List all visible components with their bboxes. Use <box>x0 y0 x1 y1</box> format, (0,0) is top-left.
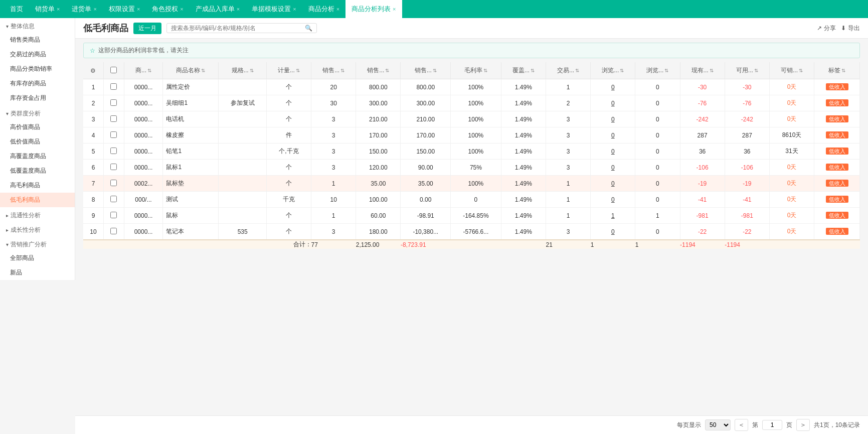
nav-item-销货单[interactable]: 销货单× <box>29 0 66 18</box>
row-checkbox[interactable] <box>110 212 117 218</box>
sidebar-item-商品分类助销率[interactable]: 商品分类助销率 <box>0 62 75 76</box>
column-header-tag[interactable]: 标签⇅ <box>814 62 860 79</box>
row-checkbox[interactable] <box>110 148 117 154</box>
close-tab-icon[interactable]: × <box>393 6 396 12</box>
view-link[interactable]: 0 <box>611 132 615 139</box>
sidebar-item-有库存的商品[interactable]: 有库存的商品 <box>0 76 75 91</box>
cell-coverage: 1.49% <box>501 208 546 224</box>
row-checkbox[interactable] <box>110 164 117 170</box>
close-tab-icon[interactable]: × <box>180 6 183 12</box>
nav-item-进货单[interactable]: 进货单× <box>66 0 102 18</box>
header-actions: ↗ 分享 ⬇ 导出 <box>817 24 860 33</box>
column-header-spec[interactable]: 规格...⇅ <box>219 62 266 79</box>
total-cell-8: 1 <box>635 240 680 249</box>
column-header-gross_margin[interactable]: 毛利率⇅ <box>451 62 501 79</box>
view-link[interactable]: 0 <box>611 148 615 155</box>
view-link[interactable]: 0 <box>611 180 615 187</box>
row-checkbox[interactable] <box>110 228 117 234</box>
column-header-sales_profit[interactable]: 销售...⇅ <box>401 62 451 79</box>
column-header-available_stock[interactable]: 可用...⇅ <box>725 62 769 79</box>
export-button[interactable]: ⬇ 导出 <box>841 24 860 33</box>
cell-spec <box>219 143 266 160</box>
cell-sales_count: 1 <box>311 208 356 224</box>
cell-sellable_days: 0天 <box>769 79 814 95</box>
close-tab-icon[interactable]: × <box>57 6 60 12</box>
sidebar-group-类群度分析[interactable]: ▾类群度分析 <box>0 105 75 120</box>
sidebar-item-库存资金占用[interactable]: 库存资金占用 <box>0 91 75 105</box>
sidebar-item-高覆盖度商品[interactable]: 高覆盖度商品 <box>0 149 75 164</box>
sidebar-item-高价值商品[interactable]: 高价值商品 <box>0 120 75 134</box>
close-tab-icon[interactable]: × <box>293 6 296 12</box>
column-header-transaction[interactable]: 交易...⇅ <box>546 62 590 79</box>
sidebar-item-低覆盖度商品[interactable]: 低覆盖度商品 <box>0 164 75 178</box>
sidebar-group-营销推广分析[interactable]: ▾营销推广分析 <box>0 236 75 251</box>
nav-item-首页[interactable]: 首页 <box>4 0 29 18</box>
cell-transaction: 1 <box>546 79 590 95</box>
view-link[interactable]: 1 <box>611 212 615 219</box>
share-button[interactable]: ↗ 分享 <box>817 24 836 33</box>
prev-page-button[interactable]: ＜ <box>735 419 748 431</box>
sidebar-item-低毛利商品[interactable]: 低毛利商品 <box>0 193 75 207</box>
top-navigation: 首页销货单×进货单×权限设置×角色授权×产成品入库单×单据模板设置×商品分析×商… <box>0 0 868 18</box>
column-header-coverage[interactable]: 覆盖...⇅ <box>501 62 546 79</box>
page-number-input[interactable] <box>762 420 782 430</box>
column-header-unit[interactable]: 计量...⇅ <box>266 62 311 79</box>
sidebar-group-流通性分析[interactable]: ▸流通性分析 <box>0 207 75 222</box>
sidebar-item-低价值商品[interactable]: 低价值商品 <box>0 134 75 149</box>
sidebar-item-全部商品[interactable]: 全部商品 <box>0 251 75 265</box>
cell-no: 9 <box>83 208 103 224</box>
cell-checkbox <box>103 176 124 192</box>
sidebar-item-高毛利商品[interactable]: 高毛利商品 <box>0 178 75 193</box>
sidebar-item-交易过的商品[interactable]: 交易过的商品 <box>0 47 75 62</box>
column-header-current_stock[interactable]: 现有...⇅ <box>680 62 725 79</box>
row-checkbox[interactable] <box>110 131 117 138</box>
view-link[interactable]: 0 <box>611 100 615 107</box>
date-filter-button[interactable]: 近一月 <box>133 23 161 34</box>
search-input[interactable] <box>171 25 305 32</box>
close-tab-icon[interactable]: × <box>336 6 339 12</box>
sidebar-item-新品[interactable]: 新品 <box>0 265 75 280</box>
cell-sellable_days: 0天 <box>769 224 814 240</box>
nav-item-角色授权[interactable]: 角色授权× <box>146 0 189 18</box>
view-link[interactable]: 0 <box>611 84 615 91</box>
close-tab-icon[interactable]: × <box>237 6 240 12</box>
nav-item-单据模板设置[interactable]: 单据模板设置× <box>246 0 302 18</box>
column-header-code[interactable]: 商...⇅ <box>124 62 163 79</box>
row-checkbox[interactable] <box>110 83 117 90</box>
close-tab-icon[interactable]: × <box>93 6 96 12</box>
per-page-select[interactable]: 50 100 200 <box>705 419 731 430</box>
cell-no: 4 <box>83 127 103 143</box>
row-checkbox[interactable] <box>110 180 117 186</box>
nav-item-权限设置[interactable]: 权限设置× <box>103 0 146 18</box>
chevron-icon: ▾ <box>6 111 9 116</box>
column-header-sales_amount[interactable]: 销售...⇅ <box>356 62 401 79</box>
view-link[interactable]: 0 <box>611 196 615 203</box>
view-link[interactable]: 0 <box>611 228 615 235</box>
cell-gross_margin: 100% <box>451 176 501 192</box>
nav-item-商品分析[interactable]: 商品分析× <box>302 0 345 18</box>
row-checkbox[interactable] <box>110 115 117 122</box>
page-title: 低毛利商品 <box>83 22 128 34</box>
next-page-button[interactable]: ＞ <box>796 419 810 431</box>
column-header-name[interactable]: 商品名称⇅ <box>163 62 219 79</box>
nav-item-产成品入库单[interactable]: 产成品入库单× <box>190 0 246 18</box>
view-link[interactable]: 0 <box>611 116 615 123</box>
sidebar-item-销售类商品[interactable]: 销售类商品 <box>0 33 75 47</box>
select-all-checkbox[interactable] <box>110 67 117 73</box>
column-header-view1[interactable]: 浏览...⇅ <box>591 62 635 79</box>
column-header-view2[interactable]: 浏览...⇅ <box>635 62 680 79</box>
cell-spec: 参加复试 <box>219 95 266 111</box>
nav-item-商品分析列表[interactable]: 商品分析列表× <box>345 0 402 18</box>
sidebar-group-成长性分析[interactable]: ▸成长性分析 <box>0 222 75 236</box>
row-checkbox[interactable] <box>110 196 117 202</box>
search-icon[interactable]: 🔍 <box>305 25 312 32</box>
view-link[interactable]: 0 <box>611 164 615 171</box>
cell-view1: 1 <box>591 208 635 224</box>
cell-unit: 个 <box>266 79 311 95</box>
close-tab-icon[interactable]: × <box>137 6 140 12</box>
row-checkbox[interactable] <box>110 99 117 106</box>
column-header-sales_count[interactable]: 销售...⇅ <box>311 62 356 79</box>
sidebar-group-整体信息[interactable]: ▾整体信息 <box>0 18 75 33</box>
column-header-sellable_days[interactable]: 可销...⇅ <box>769 62 814 79</box>
cell-spec <box>219 208 266 224</box>
